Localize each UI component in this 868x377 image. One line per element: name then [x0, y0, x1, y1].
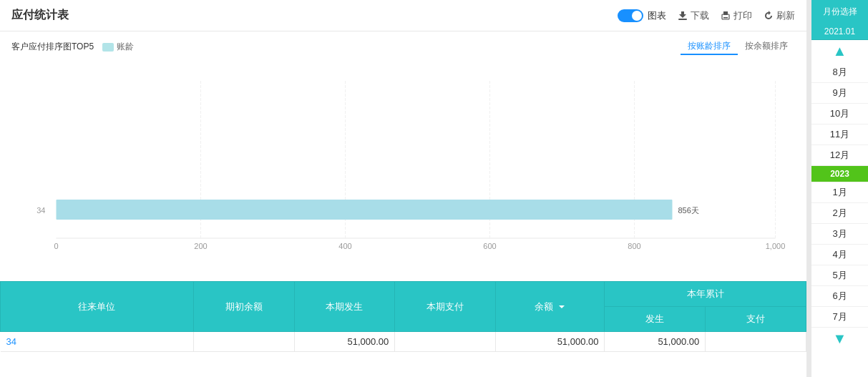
chart-label: 图表	[648, 9, 666, 22]
svg-text:200: 200	[194, 242, 207, 250]
month-item[interactable]: 4月	[811, 245, 868, 265]
chart-svg: 34 0 200 400 600 800 1,000	[11, 59, 795, 274]
svg-text:856天: 856天	[678, 206, 699, 215]
svg-text:400: 400	[338, 242, 351, 250]
download-icon	[678, 11, 688, 21]
sidebar-header: 月份选择	[811, 0, 868, 24]
cell-current-pay	[395, 332, 496, 352]
sort-tab-balance[interactable]: 按余额排序	[738, 39, 795, 55]
cell-year-pay	[706, 332, 806, 352]
cell-period-balance	[193, 332, 294, 352]
download-label: 下载	[691, 9, 709, 22]
year-marker: 2023	[811, 166, 868, 182]
svg-text:0: 0	[54, 242, 58, 250]
chart-section: 客户应付排序图TOP5 账龄 按账龄排序 按余额排序 34	[0, 31, 806, 281]
th-year-pay: 支付	[706, 307, 806, 332]
svg-text:800: 800	[628, 242, 640, 250]
table-header-row: 往来单位 期初余额 本期发生 本期支付 余额 本年累计	[1, 282, 806, 307]
cell-balance: 51,000.00	[496, 332, 605, 352]
sidebar-year[interactable]: 2021.01	[811, 24, 868, 40]
svg-text:600: 600	[483, 242, 496, 250]
sidebar: 月份选择 2021.01 ▲ 8月9月10月11月12月20231月2月3月4月…	[811, 0, 868, 377]
data-table: 往来单位 期初余额 本期发生 本期支付 余额 本年累计 发生 支付	[0, 281, 806, 352]
sidebar-arrow-down[interactable]: ▼	[811, 328, 868, 350]
sort-icon	[557, 303, 566, 311]
cell-unit: 34	[1, 332, 194, 352]
th-current-pay: 本期支付	[395, 282, 496, 332]
month-item[interactable]: 3月	[811, 224, 868, 245]
svg-text:34: 34	[36, 206, 45, 215]
month-list: 8月9月10月11月12月20231月2月3月4月5月6月7月	[811, 62, 868, 328]
th-current-occur: 本期发生	[294, 282, 395, 332]
legend-label: 账龄	[117, 41, 134, 53]
unit-link[interactable]: 34	[6, 336, 16, 347]
print-button[interactable]: 打印	[721, 9, 752, 22]
print-label: 打印	[733, 9, 752, 22]
th-balance: 余额	[496, 282, 605, 332]
svg-rect-0	[678, 19, 687, 20]
page-header: 应付统计表 图表 下载 打印 刷新	[0, 0, 806, 31]
month-item[interactable]: 12月	[811, 145, 868, 166]
svg-rect-2	[723, 11, 728, 15]
chart-wrapper: 34 0 200 400 600 800 1,000	[11, 59, 795, 274]
refresh-icon	[764, 11, 774, 21]
cell-current-occur: 51,000.00	[294, 332, 395, 352]
month-item[interactable]: 5月	[811, 265, 868, 286]
table-body: 34 51,000.00 51,000.00 51,000.00	[1, 332, 806, 352]
sidebar-arrow-up[interactable]: ▲	[811, 40, 868, 62]
sort-tabs: 按账龄排序 按余额排序	[681, 39, 795, 55]
refresh-button[interactable]: 刷新	[764, 9, 795, 22]
chart-toggle[interactable]: 图表	[618, 9, 666, 22]
month-item[interactable]: 8月	[811, 62, 868, 83]
refresh-label: 刷新	[776, 9, 795, 22]
th-unit: 往来单位	[1, 282, 194, 332]
month-item[interactable]: 7月	[811, 307, 868, 328]
svg-rect-17	[57, 200, 673, 220]
th-year-occur: 发生	[605, 307, 706, 332]
sort-tab-age[interactable]: 按账龄排序	[681, 39, 738, 55]
month-item[interactable]: 10月	[811, 104, 868, 124]
legend-item: 账龄	[102, 41, 134, 53]
month-item[interactable]: 6月	[811, 286, 868, 307]
toggle-thumb	[632, 11, 642, 21]
month-item[interactable]: 11月	[811, 124, 868, 145]
svg-rect-1	[722, 14, 729, 19]
header-actions: 图表 下载 打印 刷新	[618, 9, 795, 22]
svg-text:1,000: 1,000	[766, 242, 786, 250]
th-year-group: 本年累计	[605, 282, 806, 307]
print-icon	[721, 11, 731, 21]
toggle-track[interactable]	[618, 9, 643, 22]
month-item[interactable]: 1月	[811, 182, 868, 203]
svg-rect-3	[723, 17, 728, 19]
chart-legend-title: 客户应付排序图TOP5	[11, 41, 94, 53]
table-row: 34 51,000.00 51,000.00 51,000.00	[1, 332, 806, 352]
download-button[interactable]: 下载	[678, 9, 709, 22]
th-period-balance: 期初余额	[193, 282, 294, 332]
legend-color	[102, 43, 114, 52]
page-title: 应付统计表	[11, 8, 69, 23]
cell-year-occur: 51,000.00	[605, 332, 706, 352]
table-section: 往来单位 期初余额 本期发生 本期支付 余额 本年累计 发生 支付	[0, 281, 806, 377]
month-item[interactable]: 9月	[811, 83, 868, 104]
month-item[interactable]: 2月	[811, 203, 868, 224]
